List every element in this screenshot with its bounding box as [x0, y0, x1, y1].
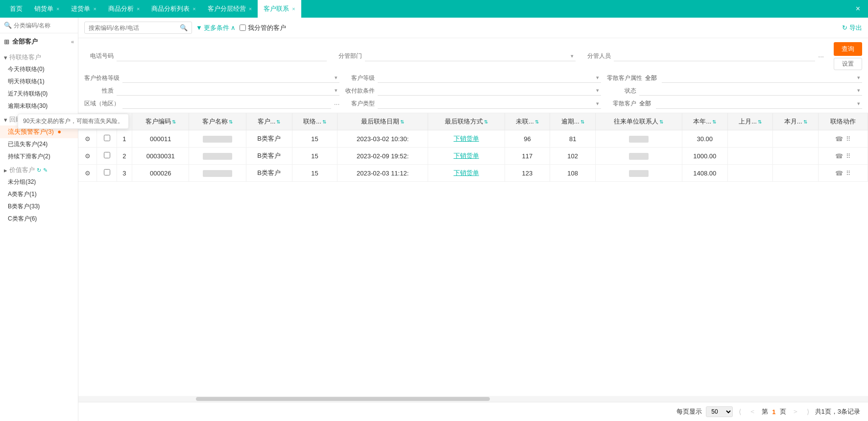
sidebar-item-ungrouped[interactable]: 未分组(32) [0, 176, 78, 188]
contact-icon[interactable]: ☎ [835, 135, 843, 143]
nav-home[interactable]: 首页 [4, 0, 28, 18]
zero-customer-select[interactable]: ▾ [656, 99, 862, 109]
close-icon[interactable]: × [292, 6, 295, 12]
filter-toggle-button[interactable]: ▼ 更多条件 ∧ [196, 24, 236, 32]
scrollbar-thumb[interactable] [196, 397, 490, 401]
contact-icon[interactable]: ☎ [835, 170, 843, 177]
settings-button[interactable]: 设置 [834, 58, 862, 70]
zero-attr-select[interactable]: ▾ [662, 73, 862, 83]
horizontal-scrollbar[interactable] [78, 396, 868, 402]
close-icon[interactable]: × [93, 6, 96, 12]
sidebar-item-c-class[interactable]: C类客户(6) [0, 213, 78, 225]
row-last-contact-method[interactable]: 下销货单 [428, 148, 505, 165]
code-col-header[interactable]: 客户编码⇅ [132, 113, 189, 130]
query-button[interactable]: 查询 [834, 42, 862, 56]
this-year-col-header[interactable]: 本年...⇅ [682, 113, 727, 130]
prev-page-button[interactable]: ＜ [747, 407, 758, 416]
this-month-col-header[interactable]: 本月...⇅ [773, 113, 819, 130]
more-icon[interactable]: ··· [818, 52, 824, 60]
contact-method-link[interactable]: 下销货单 [454, 135, 479, 142]
sidebar-search-box[interactable]: 🔍 [0, 18, 78, 33]
more-actions-icon[interactable]: ⠿ [846, 152, 851, 160]
row-checkbox[interactable] [97, 130, 117, 148]
action-icons: ☎ ⠿ [821, 170, 865, 177]
filter-icon: ▼ [196, 24, 202, 31]
sidebar-item-b-class[interactable]: B类客户(33) [0, 200, 78, 213]
contact-method-link[interactable]: 下销货单 [454, 169, 479, 176]
dept-select[interactable]: ▾ [365, 51, 575, 61]
row-check[interactable] [104, 169, 110, 175]
nav-tab-customer-tier[interactable]: 客户分层经营 × [202, 0, 258, 18]
nav-tab-customer-contact[interactable]: 客户联系 × [258, 0, 301, 18]
nav-tab-analysis[interactable]: 商品分析 × [102, 0, 145, 18]
toolbar-search-input[interactable] [89, 25, 180, 31]
first-page-button[interactable]: ⟨ [737, 408, 743, 416]
close-icon[interactable]: × [193, 6, 195, 12]
close-icon[interactable]: × [249, 6, 252, 12]
sidebar-search-input[interactable] [14, 22, 74, 29]
contact-icon[interactable]: ☎ [835, 152, 843, 160]
row-uncontacted: 96 [505, 130, 550, 148]
row-settings[interactable]: ⚙ [78, 148, 97, 165]
sidebar-item-a-class[interactable]: A类客户(1) [0, 188, 78, 200]
action-icons: ☎ ⠿ [821, 135, 865, 143]
sort-icon: ⇅ [803, 119, 807, 124]
uncontacted-col-header[interactable]: 未联...⇅ [505, 113, 550, 130]
sidebar-item-today[interactable]: 今天待联络(0) [0, 63, 78, 75]
row-check[interactable] [104, 135, 110, 141]
sidebar-item-tomorrow[interactable]: 明天待联络(1) [0, 75, 78, 88]
contact-col-header[interactable]: 联络...⇅ [292, 113, 338, 130]
last-contact-method-col-header[interactable]: 最后联络方式⇅ [428, 113, 505, 130]
close-icon[interactable]: × [137, 6, 140, 12]
sidebar-item-declining[interactable]: 持续下滑客户(2) [0, 150, 78, 163]
nature-select[interactable]: ▾ [117, 86, 339, 96]
sidebar-all-customers[interactable]: ⊞ 全部客户 « [0, 33, 78, 50]
sort-icon: ⇅ [659, 119, 663, 124]
status-select[interactable]: ▾ [639, 86, 862, 96]
row-settings[interactable]: ⚙ [78, 165, 97, 182]
last-month-col-header[interactable]: 上月...⇅ [727, 113, 773, 130]
row-last-contact-method[interactable]: 下销货单 [428, 130, 505, 148]
overdue-col-header[interactable]: 逾期...⇅ [550, 113, 596, 130]
contact-method-link[interactable]: 下销货单 [454, 152, 479, 159]
payment-select[interactable]: ▾ [378, 86, 601, 96]
price-level-select[interactable]: ▾ [122, 73, 339, 83]
name-col-header[interactable]: 客户名称⇅ [189, 113, 246, 130]
region-input[interactable] [122, 99, 331, 109]
phone-input[interactable] [117, 51, 327, 61]
page-size-select[interactable]: 50 100 [706, 406, 733, 417]
last-page-button[interactable]: ⟩ [805, 408, 811, 416]
nav-tab-purchase[interactable]: 进货单 × [65, 0, 102, 18]
contact-person-col-header[interactable]: 往来单位联系人⇅ [596, 113, 682, 130]
filter-zero-customer: 零散客户 全部 ▾ [607, 99, 862, 109]
customer-level-select[interactable]: ▾ [378, 73, 601, 83]
my-customers-checkbox[interactable]: 我分管的客户 [240, 24, 286, 32]
more-actions-icon[interactable]: ⠿ [846, 135, 851, 143]
row-checkbox[interactable] [97, 165, 117, 182]
row-settings[interactable]: ⚙ [78, 130, 97, 148]
manager-input[interactable] [614, 51, 816, 61]
sidebar-item-churned[interactable]: 已流失客户(24) [0, 138, 78, 150]
close-all-button[interactable]: × [852, 4, 864, 13]
edit-icon[interactable]: ✎ [43, 167, 48, 173]
next-page-button[interactable]: ＞ [790, 407, 801, 416]
last-contact-date-col-header[interactable]: 最后联络日期⇅ [338, 113, 428, 130]
refresh-icon[interactable]: ↻ [37, 167, 41, 173]
export-button[interactable]: ↻ 导出 [842, 24, 862, 32]
settings-icon: ⚙ [85, 135, 91, 143]
row-check[interactable] [104, 152, 110, 158]
row-checkbox[interactable] [97, 148, 117, 165]
customer-type-select[interactable]: ▾ [378, 99, 601, 109]
sidebar-item-7days[interactable]: 近7天待联络(0) [0, 88, 78, 100]
sidebar-item-overdue[interactable]: 逾期未联络(30) [0, 100, 78, 112]
nav-tab-analysis-list[interactable]: 商品分析列表 × [145, 0, 201, 18]
more-icon[interactable]: ··· [334, 100, 340, 108]
row-last-contact-method[interactable]: 下销货单 [428, 165, 505, 182]
close-icon[interactable]: × [56, 6, 59, 12]
my-customers-check[interactable] [240, 25, 246, 31]
toolbar-search-box[interactable]: 🔍 [84, 22, 192, 34]
more-actions-icon[interactable]: ⠿ [846, 170, 851, 177]
nav-tab-sales[interactable]: 销货单 × [28, 0, 65, 18]
type-col-header[interactable]: 客户...⇅ [246, 113, 292, 130]
collapse-icon[interactable]: « [71, 39, 74, 45]
